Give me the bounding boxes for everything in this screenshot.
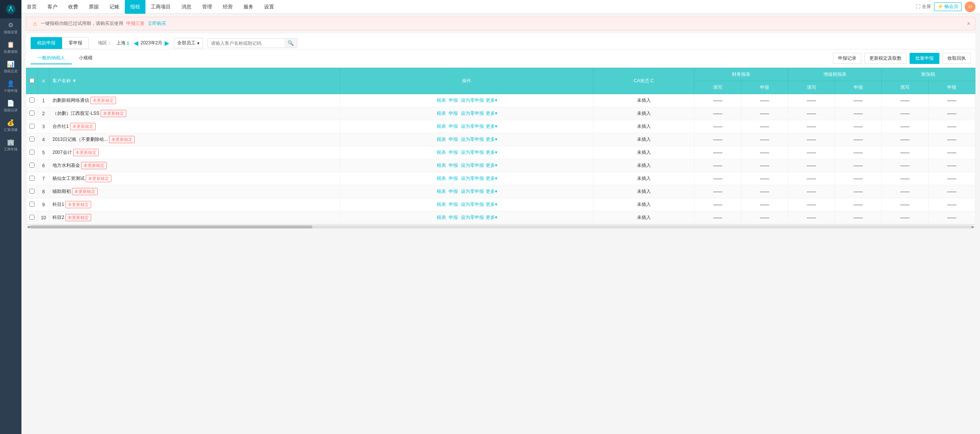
nav-item-报税[interactable]: 报税: [125, 0, 145, 14]
row-checkbox-6[interactable]: [26, 172, 38, 185]
sidebar-item-2[interactable]: 📊报税总览: [0, 57, 21, 77]
op-tax-3[interactable]: 税表: [437, 137, 446, 142]
checkbox-5[interactable]: [29, 163, 34, 168]
op-setzero-0[interactable]: 设为零申报: [461, 98, 484, 103]
op-declare-4[interactable]: 申报: [449, 150, 458, 155]
op-setzero-9[interactable]: 设为零申报: [461, 215, 484, 220]
declaration-record-btn[interactable]: 申报记录: [833, 53, 861, 64]
bottom-scrollbar[interactable]: ◀ ▶: [26, 224, 975, 229]
op-tax-5[interactable]: 税表: [437, 163, 446, 168]
sort-icon[interactable]: ▼: [72, 78, 77, 83]
nav-item-设置[interactable]: 设置: [259, 0, 279, 14]
nav-item-工商项目[interactable]: 工商项目: [145, 0, 176, 14]
op-declare-3[interactable]: 申报: [449, 137, 458, 142]
op-setzero-1[interactable]: 设为零申报: [461, 111, 484, 116]
op-tax-6[interactable]: 税表: [437, 176, 446, 181]
select-all-checkbox[interactable]: [29, 78, 34, 83]
checkbox-0[interactable]: [29, 98, 34, 103]
row-checkbox-2[interactable]: [26, 120, 38, 133]
op-declare-9[interactable]: 申报: [449, 215, 458, 220]
op-declare-2[interactable]: 申报: [449, 124, 458, 129]
row-checkbox-5[interactable]: [26, 159, 38, 172]
op-more-2[interactable]: 更多▾: [486, 124, 497, 129]
search-input[interactable]: [208, 39, 284, 47]
op-more-9[interactable]: 更多▾: [486, 215, 497, 220]
sidebar-item-5[interactable]: 💰汇算清缴: [0, 116, 21, 135]
checkbox-6[interactable]: [29, 176, 34, 181]
nav-item-收费[interactable]: 收费: [63, 0, 83, 14]
op-declare-6[interactable]: 申报: [449, 176, 458, 181]
op-setzero-8[interactable]: 设为零申报: [461, 202, 484, 207]
op-more-3[interactable]: 更多▾: [486, 137, 497, 142]
row-checkbox-4[interactable]: [26, 146, 38, 159]
scroll-right-arrow[interactable]: ▶: [972, 225, 975, 229]
nav-item-票据[interactable]: 票据: [83, 0, 104, 14]
op-declare-5[interactable]: 申报: [449, 163, 458, 168]
upgrade-btn[interactable]: ⚡ 畅会员: [934, 2, 962, 11]
nav-item-客户[interactable]: 客户: [42, 0, 63, 14]
search-button[interactable]: 🔍: [284, 39, 297, 47]
sidebar-item-4[interactable]: 📄报税记录: [0, 96, 21, 116]
op-setzero-6[interactable]: 设为零申报: [461, 176, 484, 181]
op-tax-8[interactable]: 税表: [437, 202, 446, 207]
op-more-8[interactable]: 更多▾: [486, 202, 497, 207]
op-tax-7[interactable]: 税表: [437, 189, 446, 194]
nav-item-服务[interactable]: 服务: [238, 0, 259, 14]
nav-item-经营[interactable]: 经营: [217, 0, 238, 14]
op-tax-2[interactable]: 税表: [437, 124, 446, 129]
sub-tab-1[interactable]: 小规模: [72, 52, 100, 64]
checkbox-9[interactable]: [29, 215, 34, 220]
op-setzero-2[interactable]: 设为零申报: [461, 124, 484, 129]
op-tax-0[interactable]: 税表: [437, 98, 446, 103]
op-declare-7[interactable]: 申报: [449, 189, 458, 194]
op-setzero-7[interactable]: 设为零申报: [461, 189, 484, 194]
row-checkbox-8[interactable]: [26, 198, 38, 211]
op-tax-1[interactable]: 税表: [437, 111, 446, 116]
fullscreen-btn[interactable]: ⛶ 全屏: [916, 3, 931, 10]
op-tax-9[interactable]: 税表: [437, 215, 446, 220]
nav-item-记账[interactable]: 记账: [104, 0, 125, 14]
checkbox-1[interactable]: [29, 111, 34, 116]
nav-item-消息[interactable]: 消息: [176, 0, 197, 14]
checkbox-2[interactable]: [29, 124, 34, 129]
op-setzero-3[interactable]: 设为零申报: [461, 137, 484, 142]
checkbox-7[interactable]: [29, 189, 34, 194]
prev-month-btn[interactable]: ◀: [134, 39, 138, 47]
op-more-1[interactable]: 更多▾: [486, 111, 497, 116]
row-checkbox-7[interactable]: [26, 185, 38, 198]
op-more-5[interactable]: 更多▾: [486, 163, 497, 168]
sidebar-item-0[interactable]: ⚙报税设置: [0, 18, 21, 38]
op-more-4[interactable]: 更多▾: [486, 150, 497, 155]
main-tab-0[interactable]: 税款申报: [31, 37, 62, 49]
row-checkbox-1[interactable]: [26, 107, 38, 120]
staff-select[interactable]: 全部员工 ▾: [174, 38, 203, 48]
op-setzero-4[interactable]: 设为零申报: [461, 150, 484, 155]
checkbox-4[interactable]: [29, 150, 34, 155]
collect-return-btn[interactable]: 收取回执: [942, 53, 971, 64]
op-tax-4[interactable]: 税表: [437, 150, 446, 155]
op-more-6[interactable]: 更多▾: [486, 176, 497, 181]
op-more-0[interactable]: 更多▾: [486, 98, 497, 103]
op-setzero-5[interactable]: 设为零申报: [461, 163, 484, 168]
nav-item-管理[interactable]: 管理: [197, 0, 217, 14]
sidebar-item-6[interactable]: 🏢工商年报: [0, 135, 21, 155]
op-more-7[interactable]: 更多▾: [486, 189, 497, 194]
notice-link1[interactable]: 申报汇签: [126, 20, 145, 27]
row-checkbox-9[interactable]: [26, 211, 38, 224]
batch-declare-btn[interactable]: 批量申报: [910, 53, 939, 64]
user-avatar[interactable]: U: [965, 2, 975, 12]
notice-close-btn[interactable]: ×: [967, 20, 970, 27]
row-checkbox-0[interactable]: [26, 94, 38, 107]
update-tax-rate-btn[interactable]: 更新税定及取数: [864, 53, 906, 64]
scroll-left-arrow[interactable]: ◀: [27, 225, 30, 229]
app-logo[interactable]: [0, 0, 21, 18]
op-declare-8[interactable]: 申报: [449, 202, 458, 207]
next-month-btn[interactable]: ▶: [165, 39, 169, 47]
checkbox-3[interactable]: [29, 137, 34, 142]
notice-link2[interactable]: 立即购买: [148, 20, 166, 27]
sidebar-item-1[interactable]: 📋批量报税: [0, 38, 21, 57]
main-tab-1[interactable]: 零申报: [62, 37, 89, 49]
nav-item-首页[interactable]: 首页: [21, 0, 42, 14]
sub-tab-0[interactable]: 一般的纳税人: [31, 52, 72, 64]
op-declare-1[interactable]: 申报: [449, 111, 458, 116]
